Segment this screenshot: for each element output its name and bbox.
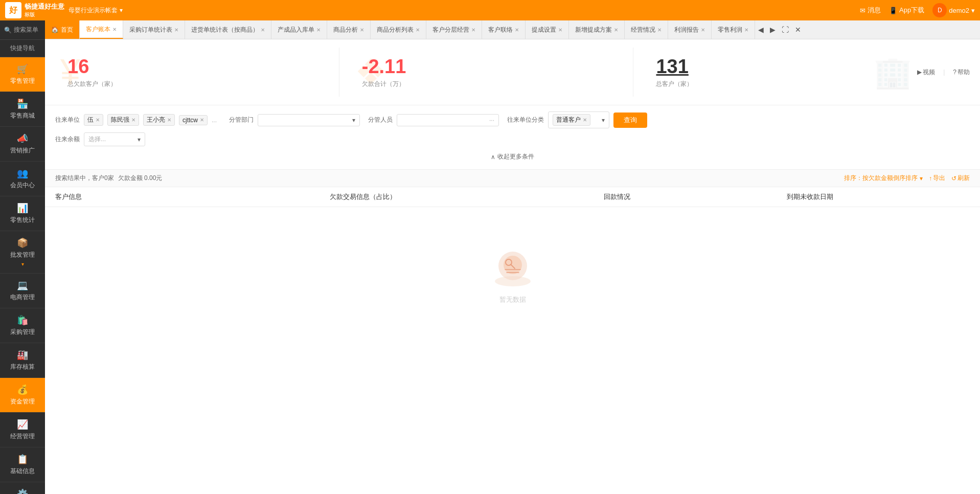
- sidebar-item-operation[interactable]: 📈 经营管理: [0, 413, 45, 447]
- tab-purchase-stats[interactable]: 进货单统计表（按商品） ✕: [185, 20, 271, 39]
- sidebar-item-basics[interactable]: 📋 基础信息: [0, 447, 45, 482]
- message-btn[interactable]: ✉ 消息: [860, 6, 881, 15]
- unit-filter-label: 往来单位: [55, 116, 80, 124]
- collapse-btn[interactable]: ∧ 收起更多条件: [491, 150, 534, 163]
- tab-close-icon[interactable]: ✕: [174, 27, 178, 33]
- filter-tag-unit-3[interactable]: 王小亮 ✕: [143, 114, 175, 126]
- chevron-down-icon: ▾: [971, 7, 975, 14]
- tab-more-btn[interactable]: ✕: [792, 20, 804, 39]
- tab-close-icon[interactable]: ✕: [471, 27, 475, 33]
- sort-label: 排序：按欠款金额倒序排序: [844, 174, 918, 183]
- stat-value-3: 131: [656, 56, 905, 78]
- sidebar-search[interactable]: 🔍 搜索菜单: [0, 20, 45, 40]
- sort-select[interactable]: 排序：按欠款金额倒序排序 ▾: [844, 174, 923, 183]
- top-bar-right: ✉ 消息 📱 App下载 D demo2 ▾: [860, 3, 975, 17]
- tab-close-icon[interactable]: ✕: [261, 27, 265, 33]
- sidebar-item-system[interactable]: ⚙️ 系统管理: [0, 482, 45, 494]
- tab-home[interactable]: 🏠 首页: [45, 20, 80, 39]
- balance-select[interactable]: 选择... ▾: [84, 132, 145, 146]
- filter-tag-unit-2[interactable]: 陈民强 ✕: [107, 114, 139, 126]
- sidebar-item-retail-mall[interactable]: 🏪 零售商城: [0, 92, 45, 127]
- user-avatar[interactable]: D demo2 ▾: [932, 3, 975, 17]
- tab-close-icon[interactable]: ✕: [744, 27, 748, 33]
- sidebar-item-wholesale[interactable]: 📦 批发管理 ▾: [0, 231, 45, 274]
- tab-purchase-order[interactable]: 采购订单统计表 ✕: [123, 20, 185, 39]
- tab-retail-profit[interactable]: 零售利润 ✕: [712, 20, 755, 39]
- remove-tag-icon[interactable]: ✕: [200, 117, 204, 123]
- query-button[interactable]: 查询: [613, 113, 647, 128]
- marketing-icon: 📣: [17, 133, 28, 144]
- dept-select[interactable]: ▾: [258, 114, 360, 126]
- system-icon: ⚙️: [17, 488, 28, 494]
- tab-close-icon[interactable]: ✕: [657, 27, 662, 33]
- member-icon: 👥: [17, 168, 28, 179]
- tab-profit-report[interactable]: 利润报告 ✕: [668, 20, 712, 39]
- sidebar-item-finance[interactable]: 💰 资金管理: [0, 378, 45, 413]
- tab-close-icon[interactable]: ✕: [515, 27, 519, 33]
- sidebar-item-retail-stats[interactable]: 📊 零售统计: [0, 196, 45, 231]
- filter-row-1: 往来单位 伍 ✕ 陈民强 ✕ 王小亮 ✕: [55, 111, 970, 128]
- balance-filter-label: 往来余额: [55, 135, 80, 144]
- sidebar-item-retail[interactable]: 🛒 零售管理: [0, 57, 45, 92]
- export-btn[interactable]: ↑ 导出: [929, 174, 945, 183]
- ecommerce-icon: 💻: [17, 280, 28, 291]
- tab-customer-contact[interactable]: 客户联络 ✕: [482, 20, 526, 39]
- sidebar-quick-nav[interactable]: 快捷导航: [0, 40, 45, 57]
- tab-commission-setting[interactable]: 提成设置 ✕: [526, 20, 569, 39]
- sidebar-item-inventory[interactable]: 🏭 库存核算: [0, 343, 45, 378]
- home-icon: 🏠: [51, 26, 59, 33]
- message-icon: ✉: [860, 7, 865, 14]
- sidebar-item-member[interactable]: 👥 会员中心: [0, 162, 45, 196]
- download-icon: 📱: [889, 7, 897, 14]
- remove-category-tag-icon[interactable]: ✕: [583, 117, 587, 123]
- tab-product-analysis[interactable]: 商品分析 ✕: [327, 20, 371, 39]
- category-select[interactable]: 普通客户 ✕ ▾: [548, 111, 609, 128]
- export-icon: ↑: [929, 175, 932, 182]
- sidebar-item-marketing[interactable]: 📣 营销推广: [0, 127, 45, 162]
- tab-next-btn[interactable]: ▶: [767, 20, 779, 39]
- filter-more-btn[interactable]: ...: [212, 117, 217, 124]
- refresh-btn[interactable]: ↺ 刷新: [951, 174, 970, 183]
- tab-customer-layer[interactable]: 客户分层经营 ✕: [426, 20, 482, 39]
- tab-close-icon[interactable]: ✕: [614, 27, 618, 33]
- remove-tag-icon[interactable]: ✕: [131, 117, 135, 123]
- col-debt-info: 欠款交易信息（占比）: [330, 192, 604, 201]
- divider-2: [633, 48, 633, 97]
- tab-close-icon[interactable]: ✕: [416, 27, 420, 33]
- person-select[interactable]: ···: [397, 114, 499, 126]
- tab-fullscreen-btn[interactable]: ⛶: [779, 20, 792, 39]
- filter-tag-unit-4[interactable]: cjttcw ✕: [179, 115, 208, 125]
- help-btn[interactable]: ? 帮助: [953, 68, 970, 77]
- remove-tag-icon[interactable]: ✕: [96, 117, 100, 123]
- tab-operation[interactable]: 经营情况 ✕: [625, 20, 668, 39]
- filter-area: 往来单位 伍 ✕ 陈民强 ✕ 王小亮 ✕: [45, 105, 980, 170]
- account-dropdown[interactable]: 母婴行业演示帐套 ▾: [69, 6, 123, 15]
- category-dropdown-icon: ▾: [602, 117, 605, 124]
- video-btn[interactable]: ▶ 视频: [917, 68, 935, 77]
- empty-icon: [487, 248, 538, 289]
- stat-total-debt: ❖ -2.11 欠款合计（万）: [350, 48, 623, 97]
- dept-dropdown-icon: ▾: [352, 117, 355, 124]
- sidebar-item-purchase[interactable]: 🛍️ 采购管理: [0, 308, 45, 343]
- tab-new-commission[interactable]: 新增提成方案 ✕: [569, 20, 625, 39]
- tab-prev-btn[interactable]: ◀: [755, 20, 767, 39]
- tab-close-icon[interactable]: ✕: [558, 27, 562, 33]
- tab-accounts[interactable]: 客户账本 ✕: [80, 20, 123, 39]
- category-filter-label: 往来单位分类: [507, 116, 544, 124]
- tab-close-icon[interactable]: ✕: [316, 27, 321, 33]
- filter-tag-unit-1[interactable]: 伍 ✕: [84, 114, 103, 126]
- tab-close-icon[interactable]: ✕: [360, 27, 364, 33]
- category-tag[interactable]: 普通客户 ✕: [553, 114, 590, 126]
- tab-production[interactable]: 产成品入库单 ✕: [271, 20, 327, 39]
- remove-tag-icon[interactable]: ✕: [167, 117, 171, 123]
- main-layout: 🔍 搜索菜单 快捷导航 🛒 零售管理 🏪 零售商城 📣 营销推广 👥 会员中心: [0, 20, 980, 494]
- tab-close-icon[interactable]: ✕: [701, 27, 705, 33]
- tab-close-icon[interactable]: ✕: [112, 27, 117, 32]
- collapse-icon: ∧: [491, 153, 495, 161]
- sidebar-item-ecommerce[interactable]: 💻 电商管理: [0, 274, 45, 308]
- table-header: 客户信息 欠款交易信息（占比） 回款情况 到期未收款日期: [45, 187, 980, 207]
- basics-icon: 📋: [17, 454, 28, 465]
- download-btn[interactable]: 📱 App下载: [889, 6, 924, 15]
- dept-filter-label: 分管部门: [229, 116, 254, 124]
- tab-product-list[interactable]: 商品分析列表 ✕: [371, 20, 426, 39]
